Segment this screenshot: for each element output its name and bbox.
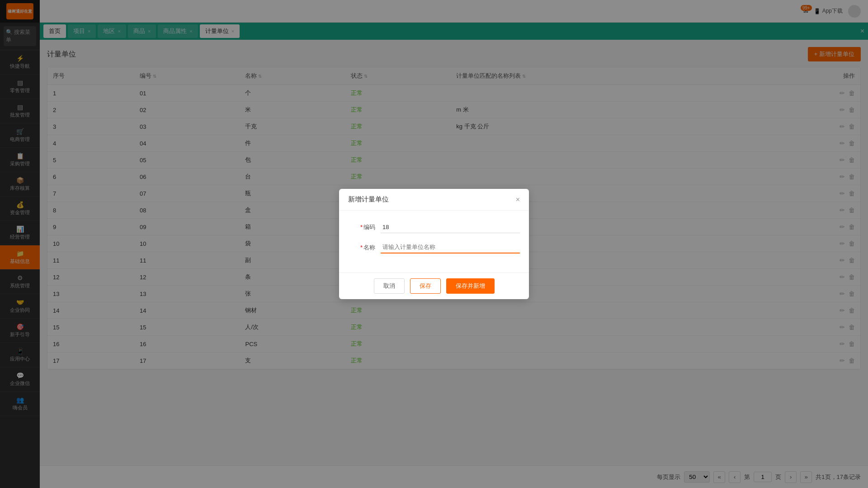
- modal-title: 新增计量单位: [348, 195, 389, 204]
- add-unit-modal: 新增计量单位 × *编码 *名称 取消 保存 保存并新增: [339, 189, 529, 299]
- code-input[interactable]: [381, 221, 520, 233]
- modal-close-button[interactable]: ×: [516, 196, 520, 204]
- form-row-code: *编码: [348, 221, 520, 233]
- save-button[interactable]: 保存: [410, 278, 441, 294]
- name-label: *名称: [348, 244, 375, 252]
- code-label: *编码: [348, 223, 375, 231]
- modal-overlay[interactable]: 新增计量单位 × *编码 *名称 取消 保存 保存并新增: [0, 0, 868, 488]
- name-input[interactable]: [381, 241, 520, 253]
- modal-footer: 取消 保存 保存并新增: [339, 272, 529, 299]
- required-star-code: *: [360, 224, 363, 230]
- form-row-name: *名称: [348, 241, 520, 253]
- save-and-new-button[interactable]: 保存并新增: [446, 278, 495, 294]
- required-star-name: *: [360, 244, 363, 251]
- modal-header: 新增计量单位 ×: [339, 189, 529, 211]
- modal-body: *编码 *名称: [339, 211, 529, 272]
- cancel-button[interactable]: 取消: [374, 278, 405, 294]
